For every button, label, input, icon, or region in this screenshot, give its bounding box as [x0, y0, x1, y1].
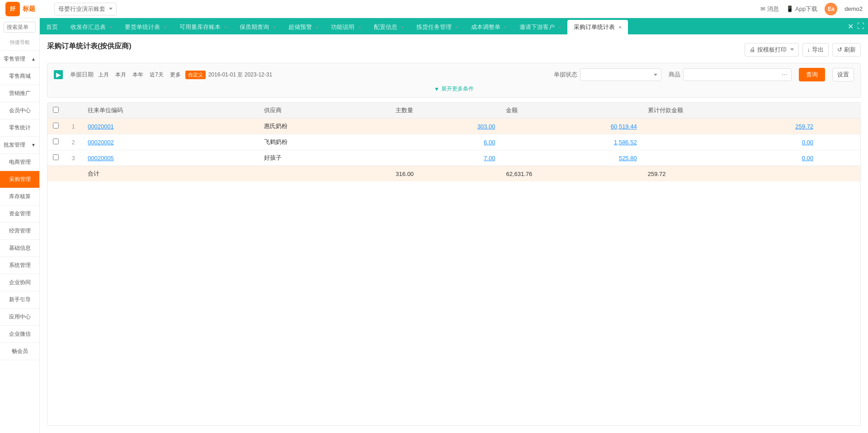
- tab-inventory-book[interactable]: 可用量库存账本 ×: [173, 20, 233, 34]
- tab-bar: 首页 收发存汇总表 × 要货单统计表 × 可用量库存账本 × 保质期查询 × 超…: [40, 18, 868, 34]
- row-code[interactable]: 00020005: [82, 150, 259, 166]
- tab-overstock[interactable]: 超储预警 ×: [282, 20, 325, 34]
- tab-cost-adjust[interactable]: 成本调整单 ×: [465, 20, 513, 34]
- user-avatar[interactable]: Ea: [825, 3, 837, 15]
- sidebar-item-retail-mgmt[interactable]: 零售管理 ▲: [0, 51, 39, 68]
- row-code[interactable]: 00020001: [82, 119, 259, 134]
- sidebar-item-system[interactable]: 系统管理: [0, 257, 39, 274]
- print-button[interactable]: 🖨 按模板打印: [745, 43, 799, 57]
- date-shortcuts: 上月 本月 本年 近7天 更多 自定义: [96, 70, 206, 80]
- tab-close-icon[interactable]: ×: [401, 24, 404, 30]
- company-selector[interactable]: 母婴行业演示账套: [54, 3, 117, 15]
- tab-requisition[interactable]: 要货单统计表 ×: [118, 20, 173, 34]
- sidebar-item-enterprise[interactable]: 企业协同: [0, 274, 39, 291]
- tab-close-icon[interactable]: ×: [273, 24, 275, 30]
- expand-label: 展开更多条件: [441, 85, 474, 93]
- sidebar-item-retail-stats[interactable]: 零售统计: [0, 119, 39, 137]
- col-amount-header: 金额: [500, 103, 642, 119]
- tab-config-label: 配置信息: [374, 23, 397, 31]
- status-select[interactable]: [580, 68, 661, 81]
- row-quantity[interactable]: 7.00: [390, 150, 500, 166]
- tab-home-label: 首页: [46, 23, 58, 31]
- app-download-button[interactable]: 📱 App下载: [786, 5, 817, 13]
- date-shortcut-7days[interactable]: 近7天: [148, 70, 165, 80]
- sidebar-item-ecommerce[interactable]: 电商管理: [0, 154, 39, 171]
- footer-paid: 259.72: [642, 166, 819, 182]
- date-shortcut-this-year[interactable]: 本年: [131, 70, 145, 80]
- sidebar-item-app-center[interactable]: 应用中心: [0, 309, 39, 326]
- table-row: 2 00020002 飞鹤奶粉 6.00 1,586.52 0.00: [47, 134, 860, 150]
- company-chevron-icon: [109, 8, 113, 10]
- row-checkbox[interactable]: [53, 138, 59, 144]
- export-button[interactable]: ↓ 导出: [802, 43, 829, 57]
- tab-close-icon[interactable]: ×: [109, 24, 112, 30]
- sidebar-item-finance[interactable]: 资金管理: [0, 205, 39, 223]
- filter-toggle-button[interactable]: ▶: [54, 70, 63, 79]
- date-custom-tag[interactable]: 自定义: [185, 71, 206, 79]
- row-checkbox-cell: [47, 150, 64, 166]
- row-amount[interactable]: 525.80: [500, 150, 642, 166]
- expand-row: ▼ 展开更多条件: [54, 85, 854, 93]
- sidebar-item-retail-store[interactable]: 零售商城: [0, 68, 39, 85]
- sidebar-item-wholesale-mgmt[interactable]: 批发管理 ▼: [0, 137, 39, 154]
- row-checkbox[interactable]: [53, 123, 59, 128]
- sidebar-item-quick-nav[interactable]: 快捷导航: [0, 34, 39, 51]
- date-shortcut-this-month[interactable]: 本月: [113, 70, 128, 80]
- date-shortcut-last-month[interactable]: 上月: [96, 70, 111, 80]
- expand-more-button[interactable]: ▼ 展开更多条件: [434, 85, 474, 93]
- tab-close-active-icon[interactable]: ×: [618, 24, 621, 30]
- tab-feature-desc[interactable]: 功能说明 ×: [325, 20, 367, 34]
- footer-extra: [819, 166, 860, 182]
- message-button[interactable]: ✉ 消息: [760, 5, 779, 13]
- tab-close-icon[interactable]: ×: [316, 24, 318, 30]
- sidebar-item-marketing[interactable]: 营销推广: [0, 85, 39, 102]
- row-checkbox[interactable]: [53, 154, 59, 160]
- sidebar-item-new-guide[interactable]: 新手引导: [0, 291, 39, 309]
- tab-config[interactable]: 配置信息 ×: [368, 20, 410, 34]
- goods-input[interactable]: ···: [683, 68, 792, 81]
- tab-close-icon[interactable]: ×: [558, 24, 561, 30]
- row-paid[interactable]: 0.00: [642, 134, 819, 150]
- select-all-checkbox[interactable]: [53, 107, 59, 113]
- goods-more-icon[interactable]: ···: [782, 71, 788, 79]
- tab-close-window-btn[interactable]: ✕: [848, 22, 854, 31]
- query-button[interactable]: 查询: [799, 68, 825, 81]
- tab-close-icon[interactable]: ×: [358, 24, 361, 30]
- search-input[interactable]: [4, 22, 36, 33]
- logo: 好 标题: [5, 2, 45, 16]
- date-shortcut-more[interactable]: 更多: [168, 70, 183, 80]
- date-label: 单据日期: [70, 71, 94, 79]
- tab-expiry-query[interactable]: 保质期查询 ×: [233, 20, 282, 34]
- sidebar-item-member-center[interactable]: 会员中心: [0, 102, 39, 119]
- tab-maximize-btn[interactable]: ⛶: [857, 22, 864, 30]
- sidebar-item-purchase-mgmt[interactable]: 采购管理: [0, 171, 39, 188]
- row-amount[interactable]: 60,519.44: [500, 119, 642, 134]
- row-checkbox-cell: [47, 119, 64, 134]
- row-quantity[interactable]: 6.00: [390, 134, 500, 150]
- tab-close-icon[interactable]: ×: [455, 24, 458, 30]
- sidebar-item-basic-info[interactable]: 基础信息: [0, 240, 39, 257]
- sidebar-item-business-mgmt[interactable]: 经营管理: [0, 223, 39, 240]
- refresh-button[interactable]: ↺ 刷新: [832, 43, 861, 57]
- tab-purchase-stats[interactable]: 采购订单统计表 ×: [567, 20, 627, 34]
- row-paid[interactable]: 259.72: [642, 119, 819, 134]
- tab-close-icon[interactable]: ×: [224, 24, 227, 30]
- row-code[interactable]: 00020002: [82, 134, 259, 150]
- sidebar-item-wechat[interactable]: 企业微信: [0, 326, 39, 343]
- tab-picking[interactable]: 拣货任务管理 ×: [410, 20, 464, 34]
- tab-home[interactable]: 首页: [40, 20, 64, 34]
- row-paid[interactable]: 0.00: [642, 150, 819, 166]
- tab-cost-label: 成本调整单: [471, 23, 500, 31]
- tab-receive-summary-label: 收发存汇总表: [71, 23, 106, 31]
- tab-receive-summary[interactable]: 收发存汇总表 ×: [64, 20, 118, 34]
- footer-label: 合计: [82, 166, 390, 182]
- row-quantity[interactable]: 303.00: [390, 119, 500, 134]
- settings-button[interactable]: 设置: [832, 68, 854, 81]
- sidebar-item-member[interactable]: 畅会员: [0, 343, 39, 360]
- tab-invite-customer[interactable]: 邀请下游客户 ×: [513, 20, 567, 34]
- sidebar-item-inventory[interactable]: 库存核算: [0, 188, 39, 205]
- tab-close-icon[interactable]: ×: [504, 24, 507, 30]
- tab-close-icon[interactable]: ×: [164, 24, 166, 30]
- col-supplier-header: 供应商: [259, 103, 390, 119]
- row-amount[interactable]: 1,586.52: [500, 134, 642, 150]
